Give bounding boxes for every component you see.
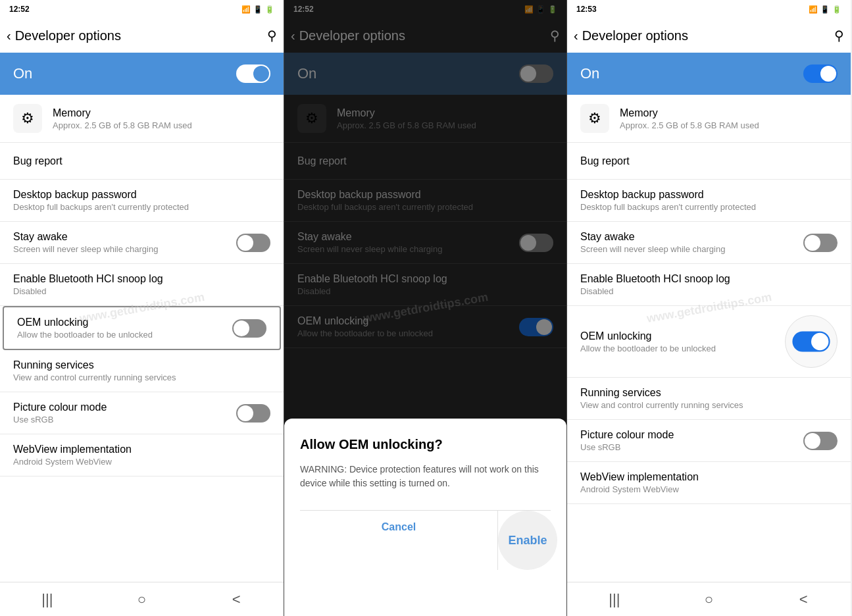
home-button[interactable]: ○ — [692, 591, 725, 608]
setting-item-text: Bug report — [13, 155, 270, 167]
on-label: On — [580, 65, 599, 82]
on-toggle-bar[interactable]: On — [567, 53, 851, 95]
screen-right: 12:53 📶 📱 🔋 ‹Developer options⚲On ⚙ Memo… — [567, 0, 851, 616]
on-toggle-bar[interactable]: On — [0, 53, 284, 95]
setting-item-subtitle: Screen will never sleep while charging — [580, 244, 803, 254]
memory-title: Memory — [53, 107, 192, 119]
setting-item[interactable]: Bug report — [0, 143, 284, 180]
setting-item-title: Bug report — [13, 155, 270, 167]
setting-item-text: OEM unlockingAllow the bootloader to be … — [580, 330, 785, 353]
setting-item-subtitle: View and control currently running servi… — [13, 372, 270, 382]
setting-item-text: Stay awakeScreen will never sleep while … — [580, 231, 803, 254]
status-bar: 12:52 📶 📱 🔋 — [0, 0, 284, 18]
setting-item-text: OEM unlockingAllow the bootloader to be … — [17, 317, 232, 340]
setting-item[interactable]: Desktop backup passwordDesktop full back… — [567, 180, 851, 222]
setting-item-subtitle: Android System WebView — [580, 484, 838, 494]
setting-item[interactable]: Enable Bluetooth HCI snoop logDisabled — [567, 264, 851, 306]
memory-subtitle: Approx. 2.5 GB of 5.8 GB RAM used — [53, 120, 192, 130]
setting-item[interactable]: Running servicesView and control current… — [567, 378, 851, 420]
setting-item-title: Running services — [13, 359, 270, 371]
oem-circle-highlight — [785, 315, 838, 368]
setting-item-text: Picture colour modeUse sRGB — [13, 401, 236, 424]
setting-item[interactable]: Desktop backup passwordDesktop full back… — [0, 180, 284, 222]
top-bar: ‹Developer options⚲ — [567, 18, 851, 53]
setting-item[interactable]: WebView implementationAndroid System Web… — [0, 434, 284, 476]
setting-item-text: WebView implementationAndroid System Web… — [580, 471, 838, 494]
status-time: 12:52 — [9, 5, 30, 14]
oem-dialog: Allow OEM unlocking?WARNING: Device prot… — [284, 419, 566, 616]
toggle-switch[interactable] — [792, 332, 830, 352]
page-title: Developer options — [15, 28, 121, 43]
setting-item[interactable]: Stay awakeScreen will never sleep while … — [0, 222, 284, 264]
top-bar: ‹Developer options⚲ — [0, 18, 284, 53]
setting-item[interactable]: OEM unlockingAllow the bootloader to be … — [3, 306, 281, 350]
back-button[interactable]: < — [220, 591, 253, 608]
search-icon[interactable]: ⚲ — [267, 28, 277, 43]
setting-item-subtitle: Android System WebView — [13, 457, 270, 467]
setting-item-title: Bug report — [580, 155, 838, 167]
setting-item-title: WebView implementation — [13, 444, 270, 455]
setting-item-title: Picture colour mode — [13, 401, 236, 413]
home-button[interactable]: ○ — [125, 591, 158, 608]
bottom-nav: |||○< — [567, 582, 851, 616]
dialog-overlay: Allow OEM unlocking?WARNING: Device prot… — [284, 0, 566, 616]
setting-item[interactable]: Enable Bluetooth HCI snoop logDisabled — [0, 264, 284, 306]
setting-item-title: Running services — [580, 387, 838, 399]
setting-item-text: Desktop backup passwordDesktop full back… — [580, 189, 838, 212]
toggle-switch[interactable] — [236, 64, 270, 83]
search-icon[interactable]: ⚲ — [834, 28, 844, 43]
top-bar-left: ‹Developer options — [7, 28, 121, 43]
status-icons: 📶 📱 🔋 — [241, 5, 274, 14]
setting-item-text: Stay awakeScreen will never sleep while … — [13, 231, 236, 254]
toggle-switch[interactable] — [232, 319, 266, 338]
setting-item-text: Enable Bluetooth HCI snoop logDisabled — [13, 273, 270, 296]
toggle-switch[interactable] — [236, 234, 270, 252]
memory-text: Memory Approx. 2.5 GB of 5.8 GB RAM used — [620, 107, 759, 130]
setting-item[interactable]: OEM unlockingAllow the bootloader to be … — [567, 306, 851, 378]
enable-circle: Enable — [498, 511, 557, 570]
setting-item-subtitle: View and control currently running servi… — [580, 400, 838, 410]
cancel-button[interactable]: Cancel — [300, 511, 497, 570]
setting-item-subtitle: Disabled — [13, 286, 270, 296]
setting-item-subtitle: Use sRGB — [580, 442, 803, 452]
settings-content: ⚙ Memory Approx. 2.5 GB of 5.8 GB RAM us… — [0, 95, 284, 582]
dialog-buttons: CancelEnable — [300, 510, 551, 570]
battery-icon: 🔋 — [265, 5, 274, 14]
setting-item[interactable]: Running servicesView and control current… — [0, 350, 284, 392]
back-button[interactable]: < — [787, 591, 820, 608]
setting-item[interactable]: WebView implementationAndroid System Web… — [567, 462, 851, 504]
setting-item-text: Running servicesView and control current… — [13, 359, 270, 382]
memory-item[interactable]: ⚙ Memory Approx. 2.5 GB of 5.8 GB RAM us… — [567, 95, 851, 143]
memory-subtitle: Approx. 2.5 GB of 5.8 GB RAM used — [620, 120, 759, 130]
back-arrow-icon[interactable]: ‹ — [7, 28, 11, 43]
status-icons: 📶 📱 🔋 — [809, 5, 841, 14]
page-title: Developer options — [582, 28, 688, 43]
wifi-icon: 📶 — [809, 5, 818, 14]
toggle-switch[interactable] — [803, 432, 838, 450]
setting-item-subtitle: Disabled — [580, 286, 838, 296]
setting-item-subtitle: Desktop full backups aren't currently pr… — [580, 202, 838, 212]
status-bar: 12:53 📶 📱 🔋 — [567, 0, 851, 18]
setting-item[interactable]: Bug report — [567, 143, 851, 180]
back-arrow-icon[interactable]: ‹ — [574, 28, 578, 43]
recent-apps-button[interactable]: ||| — [31, 591, 64, 608]
memory-text: Memory Approx. 2.5 GB of 5.8 GB RAM used — [53, 107, 192, 130]
setting-item-subtitle: Allow the bootloader to be unlocked — [17, 330, 232, 340]
setting-item[interactable]: Picture colour modeUse sRGB — [567, 420, 851, 462]
setting-item[interactable]: Picture colour modeUse sRGB — [0, 392, 284, 434]
top-bar-left: ‹Developer options — [574, 28, 688, 43]
bottom-nav: |||○< — [0, 582, 284, 616]
setting-item-title: OEM unlocking — [580, 330, 785, 342]
recent-apps-button[interactable]: ||| — [598, 591, 631, 608]
setting-item-text: Desktop backup passwordDesktop full back… — [13, 189, 270, 212]
toggle-switch[interactable] — [803, 234, 838, 252]
memory-item[interactable]: ⚙ Memory Approx. 2.5 GB of 5.8 GB RAM us… — [0, 95, 284, 143]
wifi-icon: 📶 — [241, 5, 251, 14]
status-time: 12:53 — [576, 5, 597, 14]
setting-item-title: Stay awake — [580, 231, 803, 243]
setting-item[interactable]: Stay awakeScreen will never sleep while … — [567, 222, 851, 264]
toggle-switch[interactable] — [236, 404, 270, 423]
toggle-switch[interactable] — [803, 64, 838, 83]
signal-icon: 📱 — [820, 5, 830, 14]
enable-button[interactable]: Enable — [497, 523, 557, 558]
